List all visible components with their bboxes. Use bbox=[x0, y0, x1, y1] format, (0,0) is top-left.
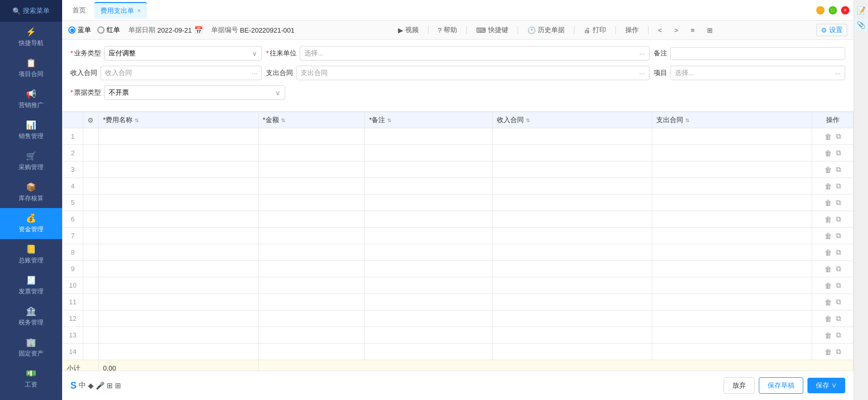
th-expense-name-sort[interactable]: *费用名称 ⇅ bbox=[103, 115, 254, 125]
logo-icon-mic[interactable]: 🎤 bbox=[96, 381, 105, 390]
row-delete-icon[interactable]: 🗑 bbox=[825, 282, 832, 290]
row-amount-cell[interactable] bbox=[258, 277, 365, 294]
logo-icon-grid1[interactable]: ⊞ bbox=[107, 381, 113, 390]
action-btn[interactable]: 操作 bbox=[622, 24, 642, 36]
window-maximize-btn[interactable]: □ bbox=[829, 6, 837, 14]
row-expense-contract-cell[interactable] bbox=[652, 161, 812, 178]
row-delete-icon[interactable]: 🗑 bbox=[825, 132, 832, 141]
row-copy-icon[interactable]: ⧉ bbox=[836, 165, 841, 174]
view-grid-btn[interactable]: ⊞ bbox=[704, 25, 716, 35]
row-income-contract-cell[interactable] bbox=[492, 195, 652, 211]
row-copy-icon[interactable]: ⧉ bbox=[836, 264, 841, 273]
row-remark-cell[interactable] bbox=[365, 195, 493, 211]
sidebar-item-invoice[interactable]: 🧾 发票管理 bbox=[0, 270, 62, 301]
row-amount-cell[interactable] bbox=[258, 178, 365, 195]
th-settings[interactable]: ⚙ bbox=[83, 112, 99, 128]
row-expense-contract-cell[interactable] bbox=[652, 344, 812, 360]
row-copy-icon[interactable]: ⧉ bbox=[836, 231, 841, 240]
logo-icon-grid2[interactable]: ⊞ bbox=[115, 381, 121, 390]
row-remark-cell[interactable] bbox=[365, 228, 493, 244]
tab-close-icon[interactable]: × bbox=[137, 7, 141, 14]
row-delete-icon[interactable]: 🗑 bbox=[825, 215, 832, 224]
row-copy-icon[interactable]: ⧉ bbox=[836, 347, 841, 356]
row-delete-icon[interactable]: 🗑 bbox=[825, 182, 832, 190]
row-income-contract-cell[interactable] bbox=[492, 294, 652, 310]
row-delete-icon[interactable]: 🗑 bbox=[825, 265, 832, 273]
row-delete-icon[interactable]: 🗑 bbox=[825, 166, 832, 174]
row-remark-cell[interactable] bbox=[365, 211, 493, 228]
row-amount-cell[interactable] bbox=[258, 294, 365, 310]
video-btn[interactable]: ▶ 视频 bbox=[395, 24, 422, 36]
row-copy-icon[interactable]: ⧉ bbox=[836, 215, 841, 224]
income-contract-select[interactable]: 收入合同 ··· bbox=[100, 66, 262, 80]
row-amount-cell[interactable] bbox=[258, 128, 365, 145]
row-income-contract-cell[interactable] bbox=[492, 145, 652, 161]
row-expense-contract-cell[interactable] bbox=[652, 244, 812, 261]
row-income-contract-cell[interactable] bbox=[492, 161, 652, 178]
sidebar-item-sales[interactable]: 📊 销售管理 bbox=[0, 115, 62, 146]
row-delete-icon[interactable]: 🗑 bbox=[825, 315, 832, 323]
row-expense-contract-cell[interactable] bbox=[652, 178, 812, 195]
row-expense-name-cell[interactable] bbox=[99, 327, 259, 344]
counterpart-select[interactable]: 选择... ··· bbox=[300, 46, 649, 61]
invoice-type-select[interactable]: 不开票 ∨ bbox=[104, 85, 285, 100]
radio-red[interactable]: 红单 bbox=[97, 25, 120, 35]
row-income-contract-cell[interactable] bbox=[492, 310, 652, 327]
biz-type-select[interactable]: 应付调整 ∨ bbox=[104, 46, 262, 61]
row-delete-icon[interactable]: 🗑 bbox=[825, 232, 832, 240]
row-amount-cell[interactable] bbox=[258, 327, 365, 344]
sidebar-search[interactable]: 🔍 搜索菜单 bbox=[0, 0, 62, 22]
logo-icon-diamond[interactable]: ◆ bbox=[88, 381, 94, 390]
row-remark-cell[interactable] bbox=[365, 244, 493, 261]
row-remark-cell[interactable] bbox=[365, 178, 493, 195]
th-expense-contract-sort[interactable]: 支出合同 ⇅ bbox=[656, 115, 807, 125]
row-delete-icon[interactable]: 🗑 bbox=[825, 298, 832, 306]
row-expense-name-cell[interactable] bbox=[99, 310, 259, 327]
th-amount-sort[interactable]: *金额 ⇅ bbox=[263, 115, 361, 125]
save-draft-button[interactable]: 保存草稿 bbox=[759, 377, 803, 394]
shortcut-btn[interactable]: ⌨ 快捷键 bbox=[473, 24, 511, 36]
window-close-btn[interactable]: × bbox=[841, 6, 849, 14]
row-delete-icon[interactable]: 🗑 bbox=[825, 331, 832, 339]
row-income-contract-cell[interactable] bbox=[492, 211, 652, 228]
row-copy-icon[interactable]: ⧉ bbox=[836, 298, 841, 306]
row-delete-icon[interactable]: 🗑 bbox=[825, 248, 832, 257]
row-expense-name-cell[interactable] bbox=[99, 195, 259, 211]
nav-prev-btn[interactable]: < bbox=[655, 25, 665, 35]
row-remark-cell[interactable] bbox=[365, 261, 493, 277]
row-remark-cell[interactable] bbox=[365, 161, 493, 178]
row-expense-contract-cell[interactable] bbox=[652, 261, 812, 277]
row-copy-icon[interactable]: ⧉ bbox=[836, 248, 841, 257]
print-btn[interactable]: 🖨 打印 bbox=[581, 24, 609, 36]
row-expense-name-cell[interactable] bbox=[99, 145, 259, 161]
window-minimize-btn[interactable]: − bbox=[816, 6, 825, 14]
row-remark-cell[interactable] bbox=[365, 327, 493, 344]
row-income-contract-cell[interactable] bbox=[492, 244, 652, 261]
right-edit-icon[interactable]: 📝 bbox=[855, 4, 867, 17]
table-settings-icon[interactable]: ⚙ bbox=[87, 116, 94, 124]
sidebar-item-inventory[interactable]: 📦 库存核算 bbox=[0, 177, 62, 208]
sidebar-item-ledger[interactable]: 📒 总账管理 bbox=[0, 239, 62, 270]
row-expense-name-cell[interactable] bbox=[99, 228, 259, 244]
th-income-contract-sort[interactable]: 收入合同 ⇅ bbox=[497, 115, 648, 125]
view-list-btn[interactable]: ≡ bbox=[687, 25, 698, 35]
sidebar-item-capital[interactable]: 💰 资金管理 bbox=[0, 208, 62, 239]
project-select[interactable]: 选择... ··· bbox=[670, 66, 845, 80]
right-attach-icon[interactable]: 📎 bbox=[855, 19, 867, 31]
row-income-contract-cell[interactable] bbox=[492, 344, 652, 360]
row-copy-icon[interactable]: ⧉ bbox=[836, 182, 841, 190]
row-copy-icon[interactable]: ⧉ bbox=[836, 132, 841, 141]
tab-home[interactable]: 首页 bbox=[66, 2, 92, 19]
row-amount-cell[interactable] bbox=[258, 261, 365, 277]
row-remark-cell[interactable] bbox=[365, 294, 493, 310]
row-copy-icon[interactable]: ⧉ bbox=[836, 331, 841, 339]
sidebar-item-tax[interactable]: 🏦 税务管理 bbox=[0, 301, 62, 332]
row-amount-cell[interactable] bbox=[258, 344, 365, 360]
row-expense-name-cell[interactable] bbox=[99, 211, 259, 228]
help-btn[interactable]: ? 帮助 bbox=[435, 24, 460, 36]
row-amount-cell[interactable] bbox=[258, 244, 365, 261]
settings-btn[interactable]: ⚙ 设置 bbox=[816, 24, 847, 36]
row-amount-cell[interactable] bbox=[258, 195, 365, 211]
row-income-contract-cell[interactable] bbox=[492, 178, 652, 195]
sidebar-item-procurement[interactable]: 🛒 采购管理 bbox=[0, 146, 62, 177]
